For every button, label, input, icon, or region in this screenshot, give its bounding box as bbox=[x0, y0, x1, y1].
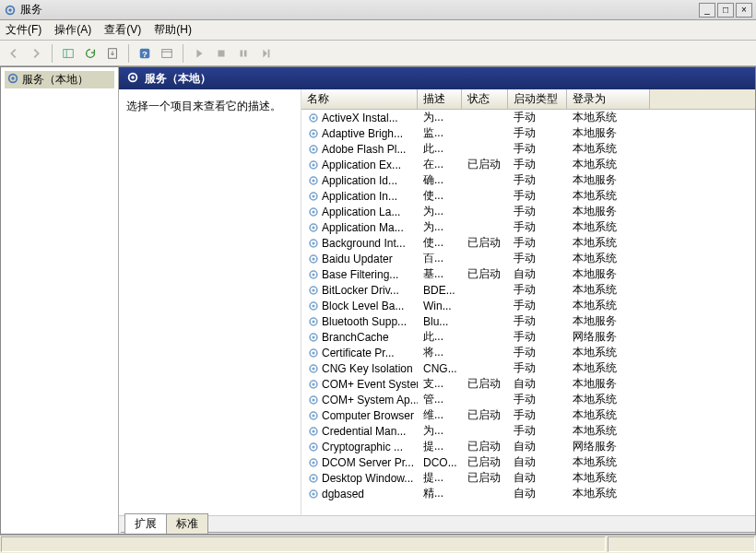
svg-point-34 bbox=[312, 241, 314, 244]
svg-point-20 bbox=[312, 132, 314, 135]
header-title: 服务（本地） bbox=[145, 71, 211, 87]
svg-point-38 bbox=[312, 273, 314, 276]
gear-icon bbox=[307, 159, 320, 171]
service-desc: Blu... bbox=[418, 315, 462, 328]
col-logon[interactable]: 登录为 bbox=[567, 89, 650, 109]
svg-point-58 bbox=[312, 429, 314, 432]
service-startup: 手动 bbox=[508, 125, 567, 141]
service-row[interactable]: Desktop Window...提...已启动自动本地系统 bbox=[301, 470, 755, 486]
service-startup: 自动 bbox=[508, 439, 567, 454]
service-row[interactable]: Bluetooth Supp...Blu...手动本地服务 bbox=[301, 313, 755, 329]
service-status: 已启动 bbox=[462, 454, 508, 470]
svg-point-54 bbox=[312, 398, 314, 401]
properties-button[interactable] bbox=[157, 43, 177, 64]
col-desc[interactable]: 描述 bbox=[418, 89, 462, 109]
menu-file[interactable]: 文件(F) bbox=[6, 22, 41, 38]
service-row[interactable]: ActiveX Instal...为...手动本地系统 bbox=[301, 110, 755, 125]
service-name: Adaptive Brigh... bbox=[322, 127, 403, 140]
service-row[interactable]: Application Ma...为...手动本地系统 bbox=[301, 219, 755, 235]
service-row[interactable]: Certificate Pr...将...手动本地系统 bbox=[301, 345, 755, 360]
service-row[interactable]: Computer Browser维...已启动手动本地系统 bbox=[301, 407, 755, 423]
service-row[interactable]: Cryptographic ...提...已启动自动网络服务 bbox=[301, 439, 755, 454]
service-name: Computer Browser bbox=[322, 409, 414, 422]
service-logon: 本地系统 bbox=[567, 454, 650, 470]
service-row[interactable]: Adaptive Brigh...监...手动本地服务 bbox=[301, 125, 755, 141]
list-header: 名称 描述 状态 启动类型 登录为 bbox=[301, 89, 755, 110]
service-list[interactable]: ActiveX Instal...为...手动本地系统Adaptive Brig… bbox=[301, 110, 755, 515]
service-row[interactable]: dgbased精...自动本地系统 bbox=[301, 486, 755, 501]
service-name: Baidu Updater bbox=[322, 253, 393, 265]
gear-icon bbox=[307, 347, 320, 359]
service-logon: 网络服务 bbox=[567, 329, 650, 345]
svg-rect-11 bbox=[244, 50, 247, 56]
service-desc: 使... bbox=[418, 188, 462, 204]
back-button bbox=[4, 43, 24, 64]
status-cell bbox=[1, 536, 606, 552]
col-startup[interactable]: 启动类型 bbox=[508, 89, 567, 109]
col-status[interactable]: 状态 bbox=[462, 89, 508, 109]
service-logon: 本地系统 bbox=[567, 235, 650, 251]
menu-action[interactable]: 操作(A) bbox=[54, 22, 91, 38]
close-button[interactable]: × bbox=[736, 3, 752, 18]
service-row[interactable]: BranchCache此...手动网络服务 bbox=[301, 329, 755, 345]
service-startup: 手动 bbox=[508, 235, 567, 251]
service-status: 已启动 bbox=[462, 407, 508, 423]
refresh-button[interactable] bbox=[80, 43, 100, 64]
service-logon: 本地服务 bbox=[567, 313, 650, 329]
service-logon: 本地系统 bbox=[567, 470, 650, 486]
service-row[interactable]: DCOM Server Pr...DCO...已启动自动本地系统 bbox=[301, 454, 755, 470]
service-row[interactable]: COM+ Event System支...已启动自动本地服务 bbox=[301, 376, 755, 392]
show-hide-tree-button[interactable] bbox=[58, 43, 78, 64]
svg-point-60 bbox=[312, 445, 314, 448]
gear-icon bbox=[307, 409, 320, 422]
service-startup: 手动 bbox=[508, 313, 567, 329]
export-button[interactable] bbox=[102, 43, 123, 64]
menu-view[interactable]: 查看(V) bbox=[104, 22, 141, 38]
service-name: ActiveX Instal... bbox=[322, 112, 398, 124]
service-logon: 本地系统 bbox=[567, 392, 650, 407]
maximize-button[interactable]: □ bbox=[717, 3, 734, 18]
service-row[interactable]: Base Filtering...基...已启动自动本地服务 bbox=[301, 266, 755, 282]
tab-extended[interactable]: 扩展 bbox=[124, 513, 167, 534]
service-row[interactable]: Application Id...确...手动本地服务 bbox=[301, 172, 755, 188]
service-logon: 本地系统 bbox=[567, 141, 650, 157]
service-row[interactable]: Baidu Updater百...手动本地系统 bbox=[301, 251, 755, 266]
service-name: Application Ma... bbox=[322, 221, 404, 234]
menu-help[interactable]: 帮助(H) bbox=[154, 22, 192, 38]
service-row[interactable]: Block Level Ba...Win...手动本地系统 bbox=[301, 298, 755, 313]
svg-point-24 bbox=[312, 163, 314, 166]
service-logon: 本地系统 bbox=[567, 298, 650, 313]
service-row[interactable]: Background Int...使...已启动手动本地系统 bbox=[301, 235, 755, 251]
service-row[interactable]: Adobe Flash Pl...此...手动本地系统 bbox=[301, 141, 755, 157]
service-desc: 提... bbox=[418, 439, 462, 454]
service-row[interactable]: CNG Key IsolationCNG...手动本地系统 bbox=[301, 360, 755, 376]
service-logon: 本地系统 bbox=[567, 407, 650, 423]
svg-rect-9 bbox=[219, 50, 225, 56]
minimize-button[interactable]: _ bbox=[699, 3, 715, 18]
service-row[interactable]: Application Ex...在...已启动手动本地系统 bbox=[301, 157, 755, 172]
gear-icon bbox=[307, 441, 320, 453]
service-startup: 手动 bbox=[508, 219, 567, 235]
service-name: Application La... bbox=[322, 206, 400, 218]
svg-point-48 bbox=[312, 351, 314, 354]
status-cell bbox=[608, 536, 755, 552]
service-row[interactable]: BitLocker Driv...BDE...手动本地系统 bbox=[301, 282, 755, 298]
svg-point-40 bbox=[312, 288, 314, 291]
service-row[interactable]: Credential Man...为...手动本地系统 bbox=[301, 423, 755, 439]
toolbar-separator bbox=[128, 44, 129, 63]
service-name: Application In... bbox=[322, 190, 397, 203]
toolbar-separator bbox=[183, 44, 183, 63]
service-row[interactable]: Application La...为...手动本地服务 bbox=[301, 204, 755, 219]
service-logon: 本地系统 bbox=[567, 188, 650, 204]
tab-standard[interactable]: 标准 bbox=[166, 513, 208, 534]
help-button[interactable]: ? bbox=[135, 43, 155, 64]
service-startup: 手动 bbox=[508, 282, 567, 298]
service-desc: Win... bbox=[418, 300, 462, 312]
svg-rect-12 bbox=[268, 49, 270, 57]
service-startup: 手动 bbox=[508, 329, 567, 345]
service-row[interactable]: Application In...使...手动本地系统 bbox=[301, 188, 755, 204]
tree-root-services[interactable]: 服务（本地） bbox=[5, 71, 114, 88]
col-name[interactable]: 名称 bbox=[301, 89, 418, 109]
service-row[interactable]: COM+ System Ap...管...手动本地系统 bbox=[301, 392, 755, 407]
service-startup: 手动 bbox=[508, 407, 567, 423]
